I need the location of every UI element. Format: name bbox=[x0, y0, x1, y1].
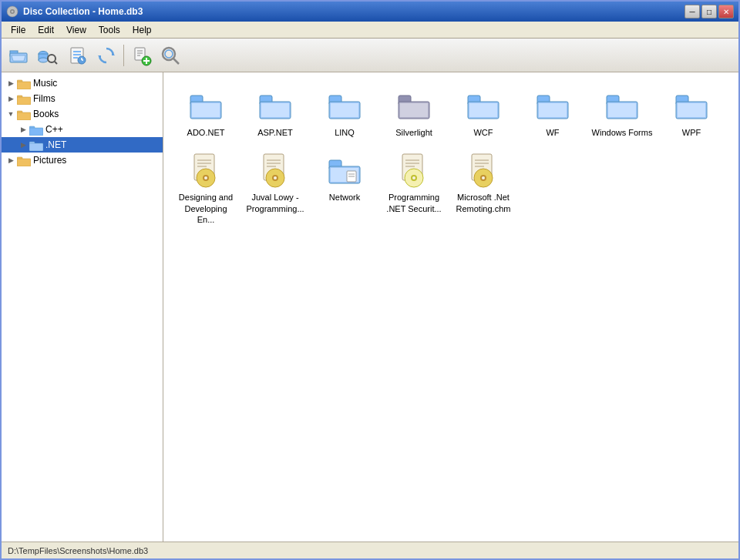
title-bar-controls: ─ □ ✕ bbox=[684, 5, 734, 18]
expander-pictures[interactable]: ▶ bbox=[5, 154, 17, 166]
tree-label-music: Music bbox=[33, 78, 57, 89]
reports-button[interactable] bbox=[63, 42, 91, 69]
refresh-button[interactable] bbox=[92, 42, 120, 69]
item-wpf[interactable]: WPF bbox=[657, 80, 726, 145]
menu-edit[interactable]: Edit bbox=[32, 23, 60, 36]
sidebar: ▶ Music ▶ Films ▼ bbox=[2, 72, 163, 542]
expander-films[interactable]: ▶ bbox=[5, 92, 17, 105]
close-button[interactable]: ✕ bbox=[718, 5, 734, 18]
item-asp-net[interactable]: ASP.NET bbox=[240, 80, 310, 145]
tree-item-cpp[interactable]: ▶ C++ bbox=[2, 122, 163, 137]
tree-label-dotnet: .NET bbox=[45, 139, 66, 150]
folder-icon-music bbox=[17, 77, 31, 89]
item-ado-net[interactable]: ADO.NET bbox=[171, 80, 240, 145]
tree-label-books: Books bbox=[33, 109, 59, 119]
icon-wf bbox=[534, 87, 571, 124]
svg-point-92 bbox=[412, 176, 415, 179]
tree-label-films: Films bbox=[33, 93, 56, 104]
icon-wpf bbox=[673, 87, 710, 124]
item-windows-forms[interactable]: Windows Forms bbox=[587, 80, 657, 145]
icon-juval bbox=[257, 152, 294, 189]
item-programming-net[interactable]: Programming .NET Securit... bbox=[379, 145, 449, 232]
add-button[interactable] bbox=[127, 42, 155, 69]
menu-file[interactable]: File bbox=[5, 23, 32, 36]
tree-item-dotnet[interactable]: ▶ .NET bbox=[2, 137, 163, 153]
tree-label-cpp: C++ bbox=[45, 124, 63, 135]
label-ado-net: ADO.NET bbox=[187, 127, 225, 138]
title-bar: Disc Collection - Home.db3 ─ □ ✕ bbox=[2, 2, 738, 22]
zoom-button[interactable] bbox=[156, 42, 184, 69]
folder-icon-films bbox=[17, 92, 31, 105]
tree-item-pictures[interactable]: ▶ Pictures bbox=[2, 153, 163, 168]
content-area[interactable]: ADO.NET ASP.NET bbox=[163, 72, 738, 542]
search-db-button[interactable] bbox=[34, 42, 62, 69]
svg-rect-50 bbox=[331, 103, 358, 117]
svg-point-99 bbox=[482, 176, 485, 179]
menu-tools[interactable]: Tools bbox=[92, 23, 126, 36]
main-area: ▶ Music ▶ Films ▼ bbox=[2, 72, 738, 542]
tree-item-films[interactable]: ▶ Films bbox=[2, 91, 163, 106]
icon-silverlight bbox=[395, 87, 432, 124]
item-silverlight[interactable]: Silverlight bbox=[379, 80, 449, 145]
icon-windows-forms bbox=[604, 87, 641, 124]
minimize-button[interactable]: ─ bbox=[684, 5, 700, 18]
expander-music[interactable]: ▶ bbox=[5, 77, 17, 89]
tree-label-pictures: Pictures bbox=[33, 155, 66, 166]
svg-rect-53 bbox=[400, 103, 428, 117]
label-silverlight: Silverlight bbox=[395, 127, 432, 138]
expander-cpp[interactable]: ▶ bbox=[17, 123, 29, 136]
menu-help[interactable]: Help bbox=[126, 23, 158, 36]
svg-point-2 bbox=[12, 11, 14, 13]
svg-rect-14 bbox=[73, 57, 78, 59]
icon-wcf bbox=[465, 87, 502, 124]
icon-grid: ADO.NET ASP.NET bbox=[171, 80, 731, 232]
label-asp-net: ASP.NET bbox=[257, 127, 293, 138]
icon-asp-net bbox=[257, 87, 294, 124]
menu-view[interactable]: View bbox=[60, 23, 92, 36]
open-button[interactable] bbox=[5, 42, 32, 69]
maximize-button[interactable]: □ bbox=[701, 5, 717, 18]
svg-rect-62 bbox=[608, 103, 636, 117]
icon-ado-net bbox=[187, 87, 224, 124]
item-wcf[interactable]: WCF bbox=[449, 80, 518, 145]
tree-item-music[interactable]: ▶ Music bbox=[2, 75, 163, 91]
svg-point-72 bbox=[204, 176, 207, 179]
item-wf[interactable]: WF bbox=[518, 80, 587, 145]
item-microsoft-net[interactable]: Microsoft .Net Remoting.chm bbox=[449, 145, 518, 232]
folder-icon-pictures bbox=[17, 154, 31, 166]
svg-rect-56 bbox=[469, 103, 497, 117]
label-juval: Juval Lowy - Programming... bbox=[244, 192, 306, 214]
icon-network bbox=[326, 152, 363, 189]
expander-dotnet[interactable]: ▶ bbox=[17, 139, 29, 151]
icon-microsoft-net bbox=[465, 152, 502, 189]
tree-item-books[interactable]: ▼ Books bbox=[2, 106, 163, 122]
item-designing[interactable]: Designing and Developing En... bbox=[171, 145, 240, 232]
svg-point-29 bbox=[165, 50, 173, 58]
svg-rect-37 bbox=[29, 128, 43, 136]
icon-designing bbox=[187, 152, 224, 189]
label-linq: LINQ bbox=[335, 127, 355, 138]
svg-point-9 bbox=[48, 55, 56, 62]
label-wf: WF bbox=[546, 127, 559, 138]
label-programming-net: Programming .NET Securit... bbox=[383, 192, 445, 214]
svg-rect-44 bbox=[192, 103, 220, 117]
toolbar-sep-1 bbox=[123, 45, 124, 66]
folder-icon-books bbox=[17, 108, 31, 120]
label-designing: Designing and Developing En... bbox=[175, 192, 237, 225]
svg-rect-39 bbox=[29, 143, 43, 151]
menu-bar: File Edit View Tools Help bbox=[2, 22, 738, 39]
label-microsoft-net: Microsoft .Net Remoting.chm bbox=[452, 192, 514, 214]
svg-rect-12 bbox=[73, 51, 81, 52]
svg-line-10 bbox=[55, 62, 57, 64]
item-network[interactable]: Network bbox=[310, 145, 379, 232]
label-windows-forms: Windows Forms bbox=[592, 127, 653, 138]
expander-books[interactable]: ▼ bbox=[5, 108, 17, 120]
label-wpf: WPF bbox=[682, 127, 701, 138]
svg-rect-59 bbox=[539, 103, 567, 117]
label-wcf: WCF bbox=[473, 127, 493, 138]
window-title: Disc Collection - Home.db3 bbox=[23, 6, 143, 17]
item-linq[interactable]: LINQ bbox=[310, 80, 379, 145]
svg-rect-65 bbox=[678, 103, 705, 117]
svg-rect-35 bbox=[17, 112, 31, 120]
item-juval[interactable]: Juval Lowy - Programming... bbox=[240, 145, 310, 232]
